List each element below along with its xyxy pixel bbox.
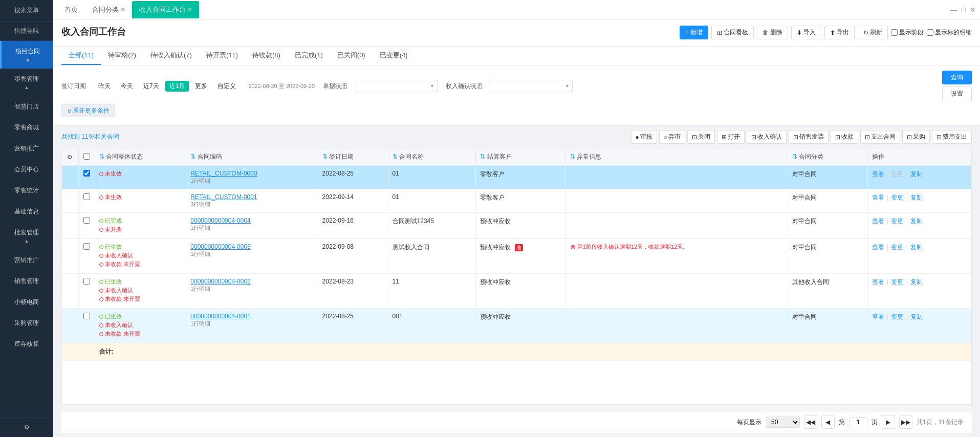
date-opt-more[interactable]: 更多 [191,81,211,92]
toolbar-income-confirm-btn[interactable]: ⊡ 收入确认 [747,130,787,144]
date-opt-custom[interactable]: 自定义 [213,81,240,92]
op-view-link[interactable]: 查看 [872,278,884,286]
date-opt-last7days[interactable]: 近7天 [139,81,163,92]
sidebar-item-xiaochang-ecommerce[interactable]: 小畅电商 [0,292,53,313]
sidebar-search[interactable]: 搜索菜单 [0,0,53,21]
toolbar-review-btn[interactable]: ● 审核 [631,130,657,144]
op-copy-link[interactable]: 复制 [910,244,923,251]
delete-button[interactable]: 🗑 删除 [757,26,788,39]
sidebar-item-retail-mall[interactable]: 零售商城 [0,117,53,138]
filter-tab-all[interactable]: 全部(11) [61,47,101,65]
op-view-link[interactable]: 查看 [872,313,884,320]
op-change-link[interactable]: 变更 [891,313,903,320]
toolbar-expense-btn[interactable]: ⊡ 费用支出 [932,130,972,144]
filter-tab-pending-income-confirm[interactable]: 待收入确认(7) [143,47,199,65]
export-button[interactable]: ⬆ 导出 [824,26,855,39]
sidebar-item-marketing2[interactable]: 营销推广 [0,250,53,271]
col-settings[interactable]: ⚙ [62,148,78,166]
contract-code-link[interactable]: RETAIL_CUSTOM-0001 [190,193,257,201]
sidebar-item-project-contract[interactable]: 项目合同 ◀ [0,41,53,69]
toolbar-sales-invoice-btn[interactable]: ⊡ 销售发票 [789,130,829,144]
page-number-input[interactable] [849,417,867,427]
tab-contract-category-close-icon[interactable]: ✕ [121,7,125,12]
toolbar-abandon-btn[interactable]: ○ 弃审 [659,130,685,144]
toolbar-purchase-btn[interactable]: ⊡ 采购 [902,130,930,144]
show-fields-checkbox[interactable]: 显示阶段 [891,28,924,37]
sidebar-item-sales-management[interactable]: 销售管理 [0,271,53,292]
op-view-link[interactable]: 查看 [872,194,884,201]
filter-setting-button[interactable]: 设置 [942,86,972,101]
query-button[interactable]: 查询 [942,71,972,84]
date-opt-today[interactable]: 今天 [117,81,137,92]
filter-tab-changed[interactable]: 已变更(4) [373,47,415,65]
row-checkbox[interactable] [83,278,90,285]
toolbar-payment-btn[interactable]: ⊡ 收款 [831,130,858,144]
op-change-link[interactable]: 变更 [891,217,903,225]
tab-home[interactable]: 首页 [57,1,85,18]
sidebar-item-marketing[interactable]: 营销推广 [0,138,53,159]
op-copy-link[interactable]: 复制 [910,194,923,201]
op-copy-link[interactable]: 复制 [910,313,923,320]
filter-tab-pending-review[interactable]: 待审核(2) [101,47,143,65]
income-confirm-select[interactable] [491,80,573,92]
row-checkbox[interactable] [83,170,90,177]
sidebar-item-retail-management[interactable]: 零售管理 ▲ [0,69,53,96]
sidebar-item-retail-stats[interactable]: 零售统计 [0,180,53,201]
expand-conditions-button[interactable]: ∨ 展开更多条件 [61,104,115,117]
sidebar-quick-nav[interactable]: 快捷导航 [0,21,53,41]
op-change-link[interactable]: 变更 [891,278,903,286]
toolbar-expenditure-btn[interactable]: ⊡ 支出合同 [860,130,900,144]
contract-code-link[interactable]: 0000000000004-0004 [190,217,250,224]
op-view-link[interactable]: 查看 [872,217,884,225]
filter-tab-closed[interactable]: 已关闭(0) [330,47,373,65]
contract-code-link[interactable]: 0000000000004-0001 [190,313,250,320]
filter-tab-completed[interactable]: 已完成(1) [288,47,330,65]
op-view-link[interactable]: 查看 [872,170,884,178]
op-change-link[interactable]: 变更 [891,194,903,201]
select-all-checkbox[interactable] [83,153,90,160]
row-checkbox[interactable] [83,193,90,200]
window-close-icon[interactable]: ✕ [970,6,976,14]
tab-contract-category[interactable]: 合同分类 ✕ [85,1,132,18]
window-minimize-icon[interactable]: — [950,6,957,14]
next-page-button[interactable]: ▶ [882,416,895,429]
contract-board-button[interactable]: ⊞ 合同看板 [711,26,754,39]
show-marks-checkbox[interactable]: 显示标的明细 [927,28,972,37]
window-maximize-icon[interactable]: □ [962,6,966,14]
toolbar-close-btn[interactable]: ⊡ 关闭 [687,130,715,144]
date-opt-last1month[interactable]: 近1月 [165,81,189,92]
sidebar-item-member-center[interactable]: 会员中心 [0,159,53,180]
contract-code-link[interactable]: RETAIL_CUSTOM-0003 [190,170,257,177]
row-checkbox[interactable] [83,313,90,319]
new-button[interactable]: + 新增 [680,26,708,39]
doc-status-select[interactable] [356,80,438,92]
filter-tab-pending-invoice[interactable]: 待开票(11) [199,47,245,65]
prev-page-button[interactable]: ◀ [821,416,835,429]
tab-income-contract[interactable]: 收入合同工作台 ✕ [132,1,199,18]
horizontal-scrollbar[interactable] [61,405,972,411]
first-page-button[interactable]: ◀◀ [804,416,817,429]
last-page-button[interactable]: ▶▶ [899,416,912,429]
op-view-link[interactable]: 查看 [872,244,884,251]
sidebar-item-inventory[interactable]: 库存核算 [0,334,53,355]
sidebar-settings-button[interactable]: ⚙ [0,417,53,437]
sidebar-item-basic-info[interactable]: 基础信息 [0,201,53,222]
filter-tab-pending-payment[interactable]: 待收款(8) [245,47,288,65]
date-opt-yesterday[interactable]: 昨天 [94,81,115,92]
page-size-select[interactable]: 50 100 [766,417,800,428]
sidebar-item-wholesale-management[interactable]: 批发管理 ▲ [0,222,53,250]
sidebar-item-smart-store[interactable]: 智慧门店 [0,96,53,117]
sidebar-item-purchase-management[interactable]: 采购管理 [0,313,53,334]
row-checkbox[interactable] [83,217,90,224]
tab-income-contract-close-icon[interactable]: ✕ [188,7,192,12]
row-checkbox[interactable] [83,243,90,250]
contract-code-link[interactable]: 0000000000004-0003 [190,243,250,250]
import-button[interactable]: ⬇ 导入 [791,26,821,39]
op-copy-link[interactable]: 复制 [910,170,923,178]
refresh-button[interactable]: ↻ 刷新 [858,26,888,39]
toolbar-print-btn[interactable]: ⊞ 打开 [717,130,745,144]
contract-code-link[interactable]: 0000000000004-0002 [190,278,250,285]
op-copy-link[interactable]: 复制 [910,278,923,286]
op-change-link[interactable]: 变更 [891,244,903,251]
op-copy-link[interactable]: 复制 [910,217,923,225]
